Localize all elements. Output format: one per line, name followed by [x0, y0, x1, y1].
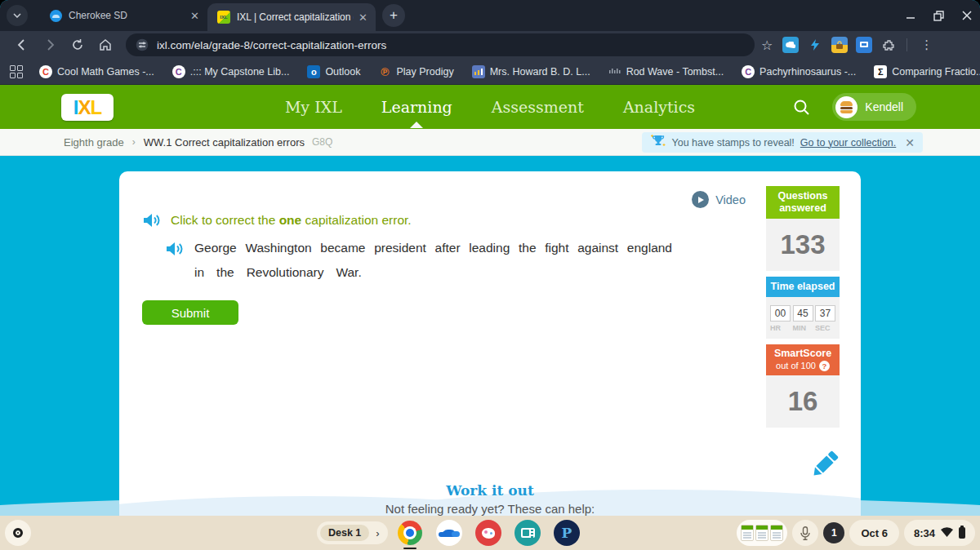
cherokee-favicon-icon: [49, 9, 62, 22]
stamps-banner: You have stamps to reveal! Go to your co…: [642, 132, 923, 153]
new-tab-button[interactable]: +: [382, 4, 405, 27]
breadcrumb-grade[interactable]: Eighth grade: [64, 136, 124, 149]
back-button[interactable]: [11, 34, 33, 55]
breadcrumb-skill-code: G8Q: [312, 136, 332, 148]
stamps-collection-link[interactable]: Go to your collection.: [800, 137, 896, 149]
tab-close-icon[interactable]: ✕: [190, 10, 199, 22]
desk-label[interactable]: Desk 1: [320, 525, 369, 541]
extension-screen-icon[interactable]: [856, 37, 872, 53]
banner-close-icon[interactable]: ✕: [905, 136, 915, 149]
window-minimize-button[interactable]: [906, 11, 915, 20]
window-close-button[interactable]: [962, 11, 972, 20]
tab-cherokee-sd[interactable]: Cherokee SD ✕: [39, 0, 207, 31]
home-button[interactable]: [95, 34, 116, 55]
sentence-word[interactable]: the: [519, 241, 537, 255]
clock: 8:34: [914, 527, 935, 539]
sentence-word[interactable]: became: [320, 241, 365, 255]
bookmark-rod-wave[interactable]: Rod Wave - Tombst...: [608, 65, 724, 78]
forward-button[interactable]: [39, 34, 60, 55]
nav-learning[interactable]: Learning: [380, 86, 454, 127]
time-sec: 37: [815, 305, 835, 322]
pencil-icon[interactable]: [808, 448, 841, 486]
screen-capture-preview[interactable]: [737, 520, 787, 546]
tab-title: Cherokee SD: [69, 10, 185, 21]
smartscore-value: 16: [766, 375, 840, 428]
refresh-button[interactable]: [67, 34, 88, 55]
question-card: Video Questions answered 133 Time elapse…: [119, 171, 861, 516]
video-link[interactable]: Video: [692, 191, 746, 208]
address-bar[interactable]: ixl.com/ela/grade-8/correct-capitalizati…: [126, 33, 755, 56]
coolmath-icon: C: [39, 65, 52, 78]
chevron-right-icon[interactable]: ›: [376, 527, 379, 539]
browser-menu-button[interactable]: ⋮: [920, 38, 933, 52]
time-min: 45: [793, 305, 813, 322]
site-settings-icon[interactable]: [136, 38, 149, 51]
cloud-icon: [442, 530, 457, 537]
palette-icon: [482, 528, 495, 539]
speaker-icon[interactable]: [143, 212, 161, 232]
bookmark-mrs-howard[interactable]: Mrs. Howard B. D. L...: [472, 65, 590, 78]
breadcrumb-skill: WW.1 Correct capitalization errors: [144, 136, 305, 149]
cards-icon: [521, 528, 535, 538]
sentence-word[interactable]: War.: [336, 265, 361, 280]
window-restore-button[interactable]: [933, 11, 944, 21]
nav-analytics[interactable]: Analytics: [621, 86, 697, 127]
extension-cloud-icon[interactable]: [782, 37, 799, 53]
sentence-word[interactable]: president: [374, 241, 426, 255]
sentence-word[interactable]: Revolutionary: [247, 265, 324, 280]
breadcrumb-separator-icon: ›: [132, 136, 136, 148]
sentence-word[interactable]: leading: [469, 241, 510, 255]
sentence-word[interactable]: the: [216, 265, 234, 280]
extensions-puzzle-icon[interactable]: [880, 37, 897, 53]
sentence-word[interactable]: George: [194, 241, 237, 255]
notification-counter[interactable]: 1: [823, 522, 844, 543]
sentence-word[interactable]: Washington: [245, 241, 311, 255]
sentence-word[interactable]: after: [435, 241, 461, 255]
capstone-icon: C: [742, 65, 755, 78]
shelf-canvas-app[interactable]: [475, 520, 501, 546]
microphone-button[interactable]: [792, 520, 818, 546]
extension-bolt-icon[interactable]: [807, 37, 823, 53]
sentence-word[interactable]: in: [194, 265, 204, 280]
nav-my-ixl[interactable]: My IXL: [283, 86, 344, 127]
apps-grid-icon[interactable]: [10, 65, 23, 78]
shelf-chrome-app[interactable]: [397, 520, 423, 546]
time-elapsed-value: 00HR 45MIN 37SEC: [766, 297, 840, 339]
status-tray[interactable]: 8:34: [904, 520, 975, 546]
speaker-icon[interactable]: [166, 241, 184, 260]
date-display[interactable]: Oct 6: [849, 520, 899, 546]
user-menu[interactable]: Kendell: [832, 93, 916, 121]
bookmark-prodigy[interactable]: ℗Play Prodigy: [378, 65, 453, 78]
bookmark-comparing-fractions[interactable]: ΣComparing Fractio...: [874, 65, 980, 78]
sentence-word[interactable]: against: [577, 241, 618, 255]
submit-button[interactable]: Submit: [142, 300, 238, 325]
questions-answered-value: 133: [766, 219, 840, 271]
user-name: Kendell: [865, 100, 903, 113]
shelf-prodigy-app[interactable]: P: [554, 520, 580, 546]
sentence-word[interactable]: fight: [545, 241, 568, 255]
bookmark-pachyrhinosaurus[interactable]: CPachyrhinosaurus -...: [742, 65, 856, 78]
tab-title: IXL | Correct capitalization erro: [237, 11, 354, 23]
bookmark-star-icon[interactable]: ☆: [761, 38, 773, 53]
work-it-out-link[interactable]: Work it out: [119, 482, 861, 499]
time-hr: 00: [770, 305, 791, 322]
capstone-icon: C: [172, 65, 185, 78]
chromeos-shelf: Desk 1 › P 1 Oct 6 8:34: [0, 516, 980, 550]
extension-lock-icon[interactable]: [831, 37, 848, 53]
tab-search-button[interactable]: [7, 5, 28, 26]
bookmark-capstone[interactable]: C.::: My Capstone Lib...: [172, 65, 290, 78]
bookmark-outlook[interactable]: oOutlook: [307, 65, 360, 78]
nav-assessment[interactable]: Assessment: [490, 86, 586, 127]
search-icon[interactable]: [793, 99, 810, 119]
shelf-news-app[interactable]: [514, 520, 541, 546]
bookmark-cool-math[interactable]: CCool Math Games -...: [39, 65, 154, 78]
shelf-onedrive-app[interactable]: [436, 520, 462, 546]
desk-switcher[interactable]: Desk 1 ›: [317, 521, 388, 544]
tab-ixl-active[interactable]: IXL IXL | Correct capitalization erro ✕: [207, 3, 376, 31]
stamps-banner-text: You have stamps to reveal!: [672, 137, 795, 149]
sentence-word[interactable]: england: [627, 241, 672, 255]
chrome-icon: [398, 521, 422, 545]
launcher-button[interactable]: [5, 520, 31, 546]
smartscore-help-icon[interactable]: ?: [819, 361, 830, 371]
tab-close-icon[interactable]: ✕: [359, 11, 368, 24]
